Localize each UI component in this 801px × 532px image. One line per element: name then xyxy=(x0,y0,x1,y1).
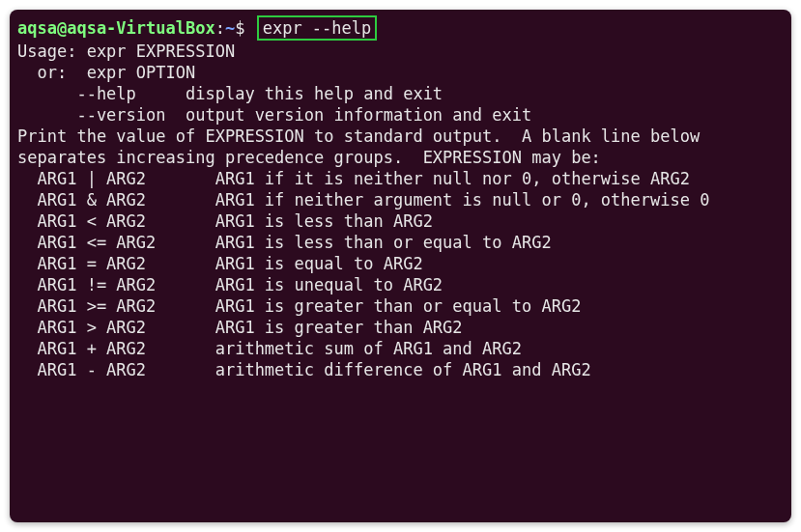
output-line: ARG1 + ARG2 arithmetic sum of ARG1 and A… xyxy=(17,338,784,359)
output-line: --version output version information and… xyxy=(17,104,784,126)
prompt-line: aqsa@aqsa-VirtualBox:~$ expr --help xyxy=(17,15,784,41)
output-line: separates increasing precedence groups. … xyxy=(17,147,784,168)
output-line: ARG1 - ARG2 arithmetic difference of ARG… xyxy=(17,359,784,380)
terminal-window[interactable]: aqsa@aqsa-VirtualBox:~$ expr --help Usag… xyxy=(10,10,791,522)
output-line: ARG1 | ARG2 ARG1 if it is neither null n… xyxy=(17,168,784,189)
output-line: Print the value of EXPRESSION to standar… xyxy=(17,126,784,147)
output-line: ARG1 <= ARG2 ARG1 is less than or equal … xyxy=(17,232,784,253)
command-highlight-box: expr --help xyxy=(257,15,378,41)
prompt-sep2: $ xyxy=(235,18,254,38)
output-line: ARG1 = ARG2 ARG1 is equal to ARG2 xyxy=(17,253,784,274)
output-line: ARG1 < ARG2 ARG1 is less than ARG2 xyxy=(17,210,784,232)
output-line: ARG1 > ARG2 ARG1 is greater than ARG2 xyxy=(17,317,784,338)
output-line: Usage: expr EXPRESSION xyxy=(17,41,784,62)
output-line: ARG1 != ARG2 ARG1 is unequal to ARG2 xyxy=(17,274,784,295)
output-line: --help display this help and exit xyxy=(17,83,784,104)
prompt-user-host: aqsa@aqsa-VirtualBox xyxy=(17,18,215,38)
output-line: ARG1 & ARG2 ARG1 if neither argument is … xyxy=(17,189,784,210)
output-line: ARG1 >= ARG2 ARG1 is greater than or equ… xyxy=(17,295,784,317)
prompt-sep1: : xyxy=(215,18,225,38)
prompt-cwd: ~ xyxy=(225,18,235,38)
output-line: or: expr OPTION xyxy=(17,62,784,83)
command-text: expr --help xyxy=(263,18,372,38)
